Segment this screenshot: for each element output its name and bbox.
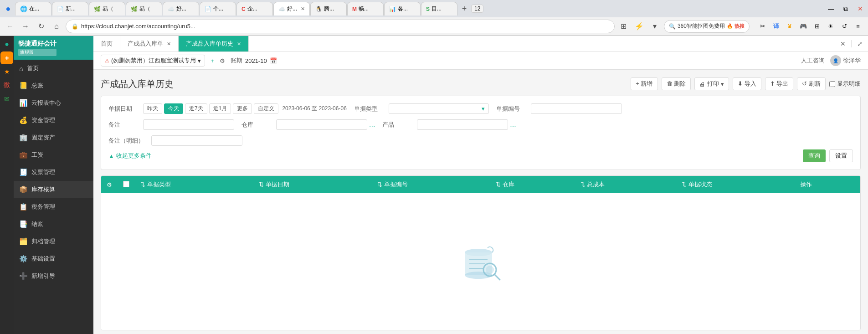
translate-ext-icon[interactable]: 译 <box>770 20 782 33</box>
undo-ext-icon[interactable]: ↺ <box>838 20 851 33</box>
tab-4[interactable]: 🌿 易（ <box>126 2 162 15</box>
content-tab-history[interactable]: 产成品入库单历史 ✕ <box>179 36 249 51</box>
content-tab-doc-close[interactable]: ✕ <box>167 41 171 47</box>
add-workspace-btn[interactable]: + <box>211 57 214 64</box>
forward-button[interactable]: → <box>19 20 32 33</box>
sun-ext-icon[interactable]: ☀ <box>824 20 837 33</box>
date-btn-1month[interactable]: 近1月 <box>209 103 231 114</box>
tab-6[interactable]: 📄 个... <box>200 2 236 15</box>
col-total-cost[interactable]: ⇅ 总成本 <box>575 176 677 193</box>
col-checkbox[interactable] <box>118 176 135 193</box>
display-detail-checkbox[interactable] <box>829 81 835 87</box>
refresh-button[interactable]: ↻ <box>35 20 47 33</box>
content-tab-history-close[interactable]: ✕ <box>237 41 241 47</box>
import-button[interactable]: ⬇ 导入 <box>733 77 761 90</box>
yuan-ext-icon[interactable]: ¥ <box>783 20 796 33</box>
sidebar-item-archive[interactable]: 🗂️ 归档管理 <box>14 233 93 250</box>
game-ext-icon[interactable]: 🎮 <box>797 20 810 33</box>
sidebar-item-inventory[interactable]: 📦 库存核算 <box>14 181 93 198</box>
tab-11[interactable]: 📊 各... <box>384 2 421 15</box>
print-button[interactable]: 🖨 🖨 打印 打印 ▾ <box>694 77 729 90</box>
doc-no-input[interactable] <box>531 103 622 114</box>
content-panel-close[interactable]: ✕ <box>835 40 851 47</box>
back-button[interactable]: ← <box>4 20 16 33</box>
grid-ext-icon[interactable]: ⊞ <box>811 20 823 33</box>
product-dots[interactable]: ... <box>510 121 516 129</box>
tab-12[interactable]: S 目... <box>421 2 457 15</box>
sidebar-item-payroll[interactable]: 💼 工资 <box>14 146 93 164</box>
sidebar-item-funds[interactable]: 💰 资金管理 <box>14 112 93 129</box>
tab-8[interactable]: ☁️ 好... ✕ <box>273 2 310 15</box>
sidebar-item-home[interactable]: ⌂ 首页 <box>14 60 93 77</box>
tab-8-close[interactable]: ✕ <box>301 6 305 12</box>
query-button[interactable]: 查询 <box>803 149 826 162</box>
refresh-main-button[interactable]: ↺ 刷新 <box>797 77 826 90</box>
search-box[interactable]: 🔍 360智能抠图免费用 🔥 热搜 <box>664 20 750 33</box>
col-warehouse[interactable]: ⇅ 仓库 <box>490 176 575 193</box>
sidebar-item-settlement[interactable]: 📑 结账 <box>14 216 93 233</box>
date-btn-custom[interactable]: 自定义 <box>254 103 278 114</box>
warehouse-input[interactable] <box>276 119 367 130</box>
col-doc-type[interactable]: ⇅ 单据类型 <box>135 176 253 193</box>
tab-10[interactable]: M 畅... <box>347 2 384 15</box>
minimize-button[interactable]: — <box>825 3 837 15</box>
product-input[interactable] <box>417 119 508 130</box>
tab-7[interactable]: C 企... <box>236 2 273 15</box>
calendar-icon[interactable]: 📅 <box>270 57 277 64</box>
tab-1[interactable]: 🌐 在... <box>15 2 51 15</box>
workspace-selector[interactable]: ⚠ (勿删勿禁用）江西服宝测试专用 ▾ <box>101 55 205 67</box>
select-all-checkbox[interactable] <box>123 181 129 187</box>
tab-9[interactable]: 🐧 腾... <box>310 2 347 15</box>
content-tab-doc[interactable]: 产成品入库单 ✕ <box>120 36 179 51</box>
sidebar-item-ledger[interactable]: 📒 总账 <box>14 77 93 94</box>
content-tab-home[interactable]: 首页 <box>93 36 120 51</box>
tab-3[interactable]: 🌿 易（ <box>89 2 125 15</box>
delete-button[interactable]: 🗑 删除 <box>662 77 691 90</box>
grid-icon[interactable]: ⊞ <box>617 20 630 33</box>
tab-2[interactable]: 📄 新... <box>52 2 88 15</box>
app-icon-star[interactable]: ★ <box>0 65 13 78</box>
menu-ext-icon[interactable]: ≡ <box>852 20 864 33</box>
workspace-settings-icon[interactable]: ⚙ <box>220 57 225 64</box>
sidebar-item-settings[interactable]: ⚙️ 基础设置 <box>14 250 93 267</box>
warehouse-dots[interactable]: ... <box>369 121 375 129</box>
display-detail-label[interactable]: 显示明细 <box>829 80 861 88</box>
export-button[interactable]: ⬆ 导出 <box>765 77 794 90</box>
col-settings[interactable]: ⚙ <box>101 176 118 193</box>
scissors-ext-icon[interactable]: ✂ <box>756 20 769 33</box>
new-button[interactable]: + 新增 <box>631 77 657 90</box>
app-icon-mail[interactable]: ✉ <box>0 92 13 105</box>
date-btn-more[interactable]: 更多 <box>233 103 252 114</box>
home-button[interactable]: ⌂ <box>50 20 63 33</box>
settings-query-button[interactable]: 设置 <box>829 149 853 162</box>
user-service-label[interactable]: 人工咨询 <box>801 57 825 65</box>
sidebar-item-assets[interactable]: 🏢 固定资产 <box>14 129 93 146</box>
date-btn-7days[interactable]: 近7天 <box>185 103 207 114</box>
col-doc-date[interactable]: ⇅ 单据日期 <box>253 176 372 193</box>
tab-count[interactable]: 12 <box>471 5 483 13</box>
collapse-button[interactable]: ▲ 收起更多条件 <box>108 150 152 162</box>
date-btn-yesterday[interactable]: 昨天 <box>143 103 162 114</box>
tab-5[interactable]: ☁️ 好... <box>163 2 199 15</box>
content-panel-expand[interactable]: ⤢ <box>851 40 868 47</box>
date-btn-today[interactable]: 今天 <box>164 103 183 114</box>
close-button[interactable]: ✕ <box>854 3 866 15</box>
tab-bar: ● 🌐 在... 📄 新... 🌿 易（ 🌿 易（ ☁️ 好... 📄 个...… <box>0 0 868 17</box>
restore-button[interactable]: ⧉ <box>840 3 852 15</box>
url-bar[interactable]: 🔒 https://cloud.chanjet.com/accounting/u… <box>66 20 615 33</box>
col-doc-no[interactable]: ⇅ 单据编号 <box>372 176 490 193</box>
dropdown-icon[interactable]: ▾ <box>648 20 661 33</box>
app-icon-orange[interactable]: ✚ <box>0 51 13 64</box>
app-icon-360[interactable]: ● <box>0 38 13 51</box>
col-doc-status[interactable]: ⇅ 单据状态 <box>676 176 795 193</box>
sidebar-item-tax[interactable]: 📋 税务管理 <box>14 198 93 216</box>
lightning-icon[interactable]: ⚡ <box>633 20 646 33</box>
sidebar-item-more[interactable]: ➕ 新增引导 <box>14 267 93 285</box>
remark-input[interactable] <box>143 119 234 130</box>
doc-type-select[interactable]: ▾ <box>389 103 489 114</box>
app-icon-weibo[interactable]: 微 <box>0 79 13 92</box>
detail-remark-input[interactable] <box>151 135 242 146</box>
sidebar-item-report[interactable]: 📊 云报表中心 <box>14 94 93 112</box>
sidebar-item-invoice[interactable]: 🧾 发票管理 <box>14 164 93 181</box>
new-tab-button[interactable]: + <box>458 2 471 15</box>
